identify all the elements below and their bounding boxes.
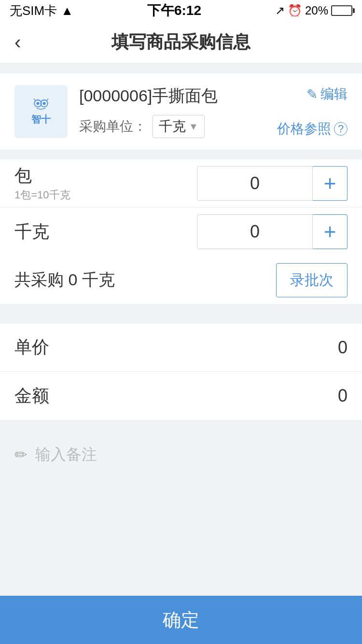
logo-text: 智十 [31, 113, 51, 126]
batch-button[interactable]: 录批次 [276, 263, 348, 297]
product-image: 智十 [14, 85, 68, 138]
kg-label-main: 千克 [14, 220, 72, 244]
unit-value: 千克 [159, 117, 186, 136]
bag-plus-button[interactable]: + [313, 166, 348, 201]
unit-label: 采购单位： [79, 117, 147, 136]
price-info-section: 单价 0 金额 0 [0, 323, 362, 420]
back-button[interactable]: ‹ [14, 31, 21, 53]
info-icon: ? [334, 122, 348, 136]
kg-plus-button[interactable]: + [313, 214, 348, 249]
kg-input-row: 千克 + [0, 208, 362, 256]
carrier-label: 无SIM卡 [10, 2, 57, 19]
kg-label: 千克 [14, 220, 72, 244]
amount-value: 0 [338, 386, 348, 406]
section-divider-2 [0, 304, 362, 314]
amount-row: 金额 0 [0, 372, 362, 420]
price-ref-label: 价格参照 [277, 120, 331, 138]
edit-button[interactable]: ✎ 编辑 [306, 85, 348, 103]
note-section[interactable]: ✏ 输入备注 [0, 430, 362, 480]
edit-label: 编辑 [320, 85, 348, 103]
pencil-icon: ✏ [14, 446, 28, 464]
price-ref-button[interactable]: 价格参照 ? [277, 120, 348, 138]
summary-text: 共采购 0 千克 [14, 269, 276, 291]
unit-price-row: 单价 0 [0, 323, 362, 372]
status-bar: 无SIM卡 ▲ 下午6:12 ↗ ⏰ 20% [0, 0, 362, 21]
status-bar-right: ↗ ⏰ 20% [275, 4, 352, 17]
kg-qty-input[interactable] [197, 214, 313, 249]
bag-input-row: 包 1包=10千克 + [0, 159, 362, 208]
svg-point-3 [43, 102, 46, 105]
bottom-spacer [0, 480, 362, 576]
product-logo: 智十 [22, 97, 60, 126]
input-section: 包 1包=10千克 + 千克 + [0, 159, 362, 256]
bag-label-sub: 1包=10千克 [14, 188, 72, 202]
page-title: 填写商品采购信息 [111, 30, 251, 54]
summary-row: 共采购 0 千克 录批次 [0, 256, 362, 304]
svg-line-4 [34, 99, 35, 101]
kg-qty-wrapper: + [197, 214, 348, 249]
wifi-icon: ▲ [61, 3, 73, 18]
battery-percentage: 20% [305, 4, 328, 17]
battery-icon [331, 5, 352, 16]
section-divider-1 [0, 150, 362, 159]
edit-icon: ✎ [306, 86, 318, 102]
nav-bar: ‹ 填写商品采购信息 [0, 21, 362, 64]
alarm-icon: ⏰ [288, 4, 302, 17]
bag-qty-wrapper: + [197, 166, 348, 201]
bag-label: 包 1包=10千克 [14, 164, 72, 202]
bag-label-main: 包 [14, 164, 72, 188]
status-bar-left: 无SIM卡 ▲ [10, 2, 73, 19]
bag-qty-input[interactable] [197, 166, 313, 201]
unit-selector[interactable]: 千克 ▼ [153, 115, 205, 138]
location-icon: ↗ [275, 4, 285, 17]
svg-line-5 [47, 99, 48, 101]
svg-point-2 [36, 102, 39, 105]
amount-label: 金额 [14, 384, 338, 408]
note-placeholder: 输入备注 [35, 444, 97, 465]
status-bar-time: 下午6:12 [147, 1, 201, 20]
unit-price-label: 单价 [14, 336, 338, 359]
dropdown-arrow-icon: ▼ [189, 121, 198, 132]
unit-price-value: 0 [338, 337, 348, 358]
confirm-button[interactable]: 确定 [0, 596, 362, 644]
product-card: 智十 [0000006]手撕面包 采购单位： 千克 ▼ ✎ 编辑 价格参照 ? [0, 73, 362, 150]
